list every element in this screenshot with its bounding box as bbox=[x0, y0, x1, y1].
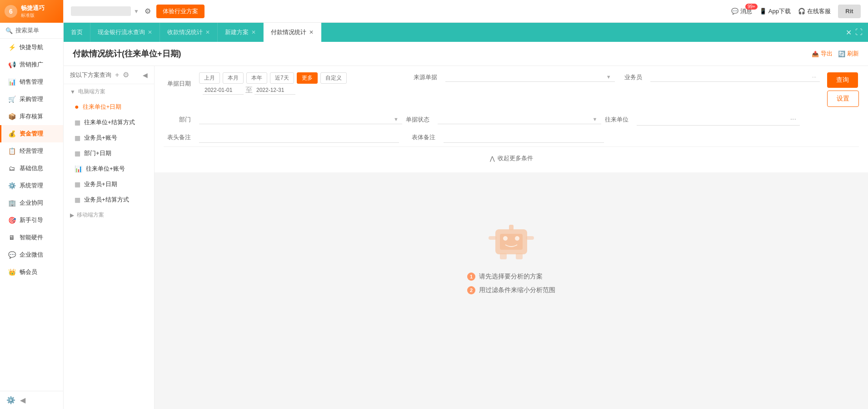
sidebar-item-wechat[interactable]: 💬 企业微信 bbox=[0, 246, 63, 263]
tab-payment-close[interactable]: ✕ bbox=[309, 29, 314, 35]
main-content-area: 1 请先选择要分析的方案 2 用过滤条件来缩小分析范围 bbox=[155, 172, 868, 409]
tab-home[interactable]: 首页 bbox=[64, 23, 90, 42]
sidebar-nav: ⚡ 快捷导航 📢 营销推广 📊 销售管理 🛒 采购管理 📦 库存核算 💰 资金管… bbox=[0, 39, 63, 391]
counterparty-dots-icon: ··· bbox=[790, 115, 796, 123]
agent-select[interactable]: ··· bbox=[650, 72, 820, 82]
scheme-add-btn[interactable]: + bbox=[115, 71, 119, 79]
close-all-tabs-btn[interactable]: ✕ bbox=[846, 28, 852, 37]
sidebar-item-system[interactable]: ⚙️ 系统管理 bbox=[0, 177, 63, 194]
empty-state: 1 请先选择要分析的方案 2 用过滤条件来缩小分析范围 bbox=[467, 218, 555, 294]
tab-payment-stats[interactable]: 付款情况统计 ✕ bbox=[264, 23, 321, 42]
scheme-item-agent-account[interactable]: ▦ 业务员+账号 bbox=[64, 130, 154, 146]
sidebar-item-label: 经营管理 bbox=[20, 147, 43, 155]
basic-icon: 🗂 bbox=[8, 164, 16, 172]
sidebar-item-guide[interactable]: 🎯 新手引导 bbox=[0, 212, 63, 229]
date-btn-last-7-days[interactable]: 近7天 bbox=[270, 72, 294, 84]
body-note-input[interactable] bbox=[444, 132, 604, 143]
scheme-item-dept-date[interactable]: ▦ 部门+日期 bbox=[64, 146, 154, 161]
sidebar-item-operation[interactable]: 📋 经营管理 bbox=[0, 142, 63, 160]
guide-icon: 🎯 bbox=[8, 216, 16, 224]
date-end-input[interactable] bbox=[254, 86, 295, 95]
service-icon: 🎧 bbox=[798, 8, 805, 15]
system-icon: ⚙️ bbox=[8, 182, 16, 190]
hint-text-1: 请先选择要分析的方案 bbox=[479, 273, 543, 281]
quick-nav-icon: ⚡ bbox=[8, 43, 16, 51]
date-btn-this-month[interactable]: 本月 bbox=[223, 72, 244, 84]
scheme-item-counterparty-date[interactable]: ● 往来单位+日期 bbox=[64, 99, 154, 115]
date-btn-more[interactable]: 更多 bbox=[297, 72, 318, 84]
tab-new-scheme-label: 新建方案 bbox=[225, 28, 249, 36]
date-input-range: 至 bbox=[203, 86, 347, 95]
scheme-panel-header: 按以下方案查询 + ⚙ ◀ bbox=[64, 66, 154, 84]
scheme-item-counterparty-payment[interactable]: ▦ 往来单位+结算方式 bbox=[64, 115, 154, 130]
refresh-btn[interactable]: 🔄 刷新 bbox=[838, 50, 859, 58]
dropdown-icon[interactable]: ▼ bbox=[134, 8, 139, 15]
export-icon: 📤 bbox=[812, 50, 819, 57]
topbar-settings-icon[interactable]: ⚙ bbox=[145, 7, 151, 15]
scheme-settings-btn[interactable]: ⚙ bbox=[123, 71, 129, 79]
source-select[interactable]: ▼ bbox=[445, 72, 615, 82]
trial-btn[interactable]: 体验行业方案 bbox=[156, 5, 205, 18]
date-btn-last-month[interactable]: 上月 bbox=[199, 72, 220, 84]
counterparty-select[interactable]: ··· bbox=[637, 113, 800, 126]
sidebar-item-marketing[interactable]: 📢 营销推广 bbox=[0, 56, 63, 73]
sidebar-item-sales[interactable]: 📊 销售管理 bbox=[0, 73, 63, 91]
scheme-collapse-btn[interactable]: ◀ bbox=[143, 71, 148, 79]
topbar-app-download[interactable]: 📱 App下载 bbox=[759, 7, 791, 15]
tab-new-scheme-close[interactable]: ✕ bbox=[251, 29, 256, 35]
header-note-input[interactable] bbox=[199, 132, 399, 143]
sidebar-item-label: 基础信息 bbox=[20, 164, 43, 172]
sidebar-item-inventory[interactable]: 📦 库存核算 bbox=[0, 108, 63, 125]
scheme-mobile-group[interactable]: ▶ 移动端方案 bbox=[64, 207, 154, 222]
footer-collapse-icon[interactable]: ◀ bbox=[20, 396, 25, 404]
setting-btn[interactable]: 设置 bbox=[827, 91, 859, 107]
date-btn-custom[interactable]: 自定义 bbox=[320, 72, 347, 84]
svg-rect-6 bbox=[526, 236, 534, 240]
tab-new-scheme[interactable]: 新建方案 ✕ bbox=[218, 23, 264, 42]
scheme-desktop-group[interactable]: ▼ 电脑端方案 bbox=[64, 84, 154, 99]
expand-tab-btn[interactable]: ⛶ bbox=[855, 28, 863, 36]
hint-num-1: 1 bbox=[467, 273, 475, 281]
topbar-msg[interactable]: 💬 消息 99+ bbox=[731, 7, 752, 15]
sidebar-item-basic[interactable]: 🗂 基础信息 bbox=[0, 160, 63, 177]
scheme-item-agent-payment[interactable]: ▦ 业务员+结算方式 bbox=[64, 192, 154, 207]
collapse-more-btn[interactable]: ⋀ 收起更多条件 bbox=[164, 151, 859, 166]
sidebar-search[interactable]: 🔍 搜索菜单 bbox=[0, 23, 63, 39]
tab-bank-flow[interactable]: 现金银行流水查询 ✕ bbox=[90, 23, 160, 42]
footer-settings-icon[interactable]: ⚙️ bbox=[6, 396, 15, 404]
sidebar-item-finance[interactable]: 💰 资金管理 bbox=[0, 125, 63, 142]
operation-icon: 📋 bbox=[8, 147, 16, 155]
query-btn[interactable]: 查询 bbox=[827, 72, 858, 88]
tab-bank-flow-label: 现金银行流水查询 bbox=[98, 28, 145, 36]
doc-status-select[interactable]: ▼ bbox=[438, 115, 601, 124]
doc-status-dropdown-icon: ▼ bbox=[593, 116, 598, 122]
sidebar: 6 畅捷通巧 标准版 🔍 搜索菜单 ⚡ 快捷导航 📢 营销推广 📊 销售管理 🛒… bbox=[0, 0, 64, 409]
dept-select[interactable]: ▼ bbox=[199, 115, 402, 124]
tab-receipt-close[interactable]: ✕ bbox=[205, 29, 210, 35]
topbar-avatar[interactable]: Rit bbox=[838, 5, 861, 18]
sidebar-item-label: 智能硬件 bbox=[20, 233, 43, 242]
date-start-input[interactable] bbox=[203, 86, 244, 95]
scheme-item-agent-date[interactable]: ▦ 业务员+日期 bbox=[64, 177, 154, 192]
scheme-icon-5: ▦ bbox=[75, 181, 80, 188]
sidebar-item-label: 销售管理 bbox=[20, 78, 43, 86]
svg-rect-8 bbox=[516, 253, 523, 259]
sidebar-item-purchase[interactable]: 🛒 采购管理 bbox=[0, 91, 63, 108]
topbar-online-service[interactable]: 🎧 在线客服 bbox=[798, 7, 831, 15]
tab-receipt-stats[interactable]: 收款情况统计 ✕ bbox=[160, 23, 218, 42]
date-btn-this-year[interactable]: 本年 bbox=[246, 72, 267, 84]
sidebar-item-enterprise[interactable]: 🏢 企业协同 bbox=[0, 194, 63, 212]
date-range-btns: 上月 本月 本年 近7天 更多 自定义 bbox=[199, 72, 347, 84]
scheme-item-counterparty-account[interactable]: 📊 往来单位+账号 bbox=[64, 161, 154, 177]
topbar: ▼ ⚙ 体验行业方案 💬 消息 99+ 📱 App下载 🎧 在线客服 Rit bbox=[64, 0, 868, 23]
doc-status-label: 单据状态 bbox=[402, 116, 434, 124]
sidebar-item-hardware[interactable]: 🖥 智能硬件 bbox=[0, 229, 63, 246]
scheme-item-label: 业务员+日期 bbox=[84, 180, 117, 188]
export-btn[interactable]: 📤 导出 bbox=[812, 50, 833, 58]
sidebar-item-quick-nav[interactable]: ⚡ 快捷导航 bbox=[0, 39, 63, 56]
sidebar-item-member[interactable]: 👑 畅会员 bbox=[0, 263, 63, 281]
tab-bank-flow-close[interactable]: ✕ bbox=[148, 29, 152, 35]
mobile-group-icon: ▶ bbox=[70, 212, 74, 218]
service-label: 在线客服 bbox=[807, 7, 831, 15]
tabbar-actions: ✕ ⛶ bbox=[840, 23, 868, 42]
